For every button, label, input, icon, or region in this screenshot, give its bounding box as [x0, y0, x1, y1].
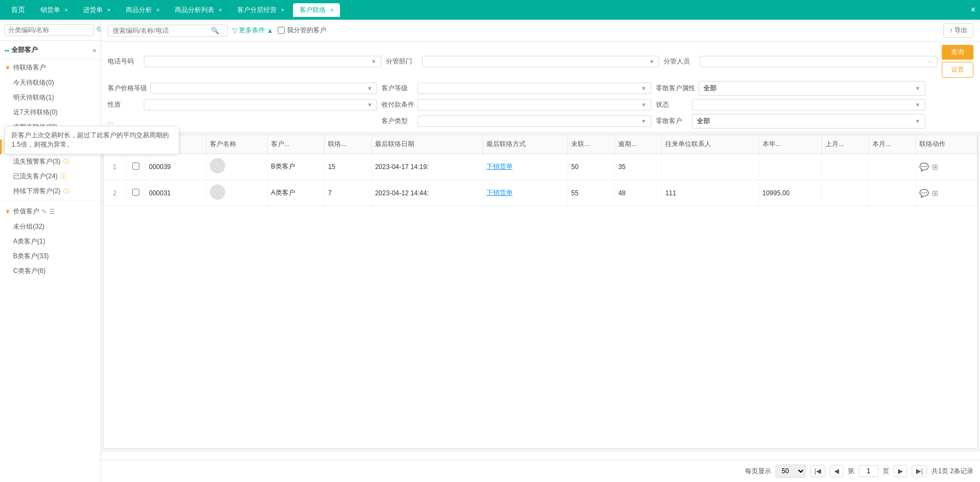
page-last-btn[interactable]: ▶| [912, 465, 927, 477]
filter-row-2: 客户价格等级 ▼ 客户等级 ▼ 零散客户属性 全部 [108, 81, 973, 96]
price-grade-select[interactable]: ▼ [150, 83, 377, 94]
avatar-2 [210, 184, 225, 200]
customer-type-label: 客户类型 [382, 117, 414, 126]
filter-bar-top: 🔍 ▽ 更多条件 ▲ 我分管的客户 ↑ 导出 [101, 20, 980, 42]
sidebar-item-tomorrow-pending[interactable]: 明天待联络(1) [0, 90, 101, 105]
nav-tab-purchase[interactable]: 进货单 × [77, 3, 117, 17]
page-input[interactable] [859, 465, 878, 477]
contact-method-link-1[interactable]: 下销货单 [486, 162, 513, 170]
nav-tab-customer-segments[interactable]: 客户分层经营 × [231, 3, 291, 17]
grid-icon-1[interactable]: ⊞ [932, 162, 938, 171]
status-select[interactable]: ▼ [692, 99, 925, 111]
per-page-select[interactable]: 50 20 100 [776, 464, 806, 478]
table-cell-this-year-1 [759, 154, 821, 180]
sidebar: 🔍 ▪▪ 全部客户 » ▼ 待联络客户 今天待联络(0) 明天待联络(1) 近7… [0, 20, 101, 482]
sidebar-divider-2 [0, 201, 101, 201]
table-cell-name-1 [207, 154, 268, 180]
filter-bar-right: ↑ 导出 [943, 23, 973, 38]
query-button[interactable]: 查询 [942, 45, 973, 60]
sidebar-item-declining[interactable]: 持续下滑客户(2) ⓘ [0, 184, 101, 199]
content-area: 🔍 ▽ 更多条件 ▲ 我分管的客户 ↑ 导出 [101, 20, 980, 482]
horizontal-scrollbar[interactable] [101, 451, 980, 460]
phone-select[interactable]: ▼ [144, 56, 382, 67]
page-next-btn[interactable]: ▶ [894, 465, 907, 477]
export-button[interactable]: ↑ 导出 [943, 23, 973, 38]
sidebar-item-unclassified[interactable]: 未分组(32) [0, 219, 101, 234]
nav-tab-home[interactable]: 首页 [4, 3, 32, 17]
action-icons-1: 💬 ⊞ [919, 162, 973, 171]
sidebar-collapse-icon[interactable]: » [92, 47, 96, 54]
nav-tab-sales[interactable]: 销货单 × [34, 3, 74, 17]
setting-button[interactable]: 设置 [942, 62, 973, 78]
close-icon[interactable]: × [107, 7, 110, 13]
action-icons-2: 💬 ⊞ [919, 189, 973, 198]
close-icon[interactable]: × [330, 7, 333, 13]
scroll-content [101, 451, 980, 452]
retail-customer-select[interactable]: 全部 ▼ [692, 114, 925, 129]
customer-grade-select[interactable]: ▼ [418, 83, 651, 94]
tooltip-box: 距客户上次交易时长，超过了此客户的平均交易周期的1.5倍，则视为异常。 [101, 126, 179, 154]
search-icon[interactable]: 🔍 [211, 27, 219, 34]
sidebar-value-customer-group[interactable]: ▼ 价值客户 ✎ ☰ [0, 204, 101, 219]
sidebar-search-bar: 🔍 [0, 20, 101, 41]
main-layout: 🔍 ▪▪ 全部客户 » ▼ 待联络客户 今天待联络(0) 明天待联络(1) 近7… [0, 20, 980, 482]
nav-tab-product-analysis-list[interactable]: 商品分析列表 × [168, 3, 228, 17]
more-conditions-btn[interactable]: ▽ 更多条件 ▲ [232, 26, 273, 35]
sidebar-all-customers[interactable]: ▪▪ 全部客户 » [0, 41, 101, 60]
payment-select[interactable]: ▼ [418, 99, 651, 111]
my-customer-checkbox[interactable] [278, 27, 285, 34]
chevron-down-icon: ▼ [915, 102, 920, 108]
retail-attr-select[interactable]: 全部 ▼ [699, 81, 925, 96]
more-options-link[interactable]: ... [108, 118, 113, 125]
person-select[interactable]: ··· [700, 56, 937, 67]
table-cell-code-1: 000039 [145, 154, 207, 180]
table-cell-last-month-2 [822, 180, 869, 206]
table-cell-overdue-2: 48 [615, 180, 662, 206]
edit-icon[interactable]: ✎ [42, 208, 47, 216]
nav-tab-product-analysis[interactable]: 商品分析 × [119, 3, 166, 17]
chevron-down-icon: ▼ [367, 85, 372, 91]
sidebar-item-c-class[interactable]: C类客户(6) [0, 264, 101, 278]
table-cell-person-1 [662, 154, 759, 180]
dept-select[interactable]: ▼ [422, 56, 660, 67]
close-icon[interactable]: × [64, 7, 68, 13]
page-label: 第 [848, 467, 854, 476]
contact-method-link-2[interactable]: 下销货单 [486, 189, 513, 196]
close-icon[interactable]: × [156, 7, 160, 13]
sidebar-item-week-pending[interactable]: 近7天待联络(0) [0, 105, 101, 120]
sidebar-item-a-class[interactable]: A类客户(1) [0, 234, 101, 249]
nav-tab-customer-contact[interactable]: 客户联络 × [293, 3, 340, 17]
sidebar-item-churn-warning[interactable]: 流失预警客户(3) ⓘ [0, 154, 101, 169]
page-first-btn[interactable]: |◀ [810, 465, 825, 477]
customer-type-select[interactable]: ▼ [418, 115, 651, 127]
window-close-icon[interactable]: × [971, 5, 976, 15]
close-icon[interactable]: × [219, 7, 222, 13]
chevron-up-icon: ▲ [267, 27, 273, 34]
message-icon-1[interactable]: 💬 [919, 162, 929, 171]
table-cell-contact-1: 15 [325, 154, 372, 180]
sidebar-item-b-class[interactable]: B类客户(33) [0, 249, 101, 264]
row-checkbox-1[interactable] [132, 162, 139, 170]
sidebar-item-today-pending[interactable]: 今天待联络(0) [0, 76, 101, 90]
gender-select[interactable]: ▼ [144, 99, 377, 111]
sidebar-item-churned[interactable]: 已流失客户(24) ⓘ [0, 169, 101, 184]
close-icon[interactable]: × [281, 7, 284, 13]
message-icon-2[interactable]: 💬 [919, 189, 929, 198]
sidebar-pending-group-title[interactable]: ▼ 待联络客户 [0, 60, 101, 76]
row-checkbox-2[interactable] [132, 189, 139, 196]
search-input[interactable] [113, 27, 211, 34]
grid-icon-2[interactable]: ⊞ [932, 189, 938, 198]
search-input-wrap: 🔍 [108, 25, 228, 37]
chevron-down-icon: ▼ [915, 118, 920, 124]
table-row: 1 000039 B类客户 15 2023-04-17 14:19: 下销货单 [104, 154, 977, 180]
filter-retail-attr: 零散客户属性 全部 ▼ [656, 81, 925, 96]
chevron-down-icon: ▼ [641, 85, 647, 91]
page-prev-btn[interactable]: ◀ [830, 465, 843, 477]
phone-label: 电话号码 [108, 57, 140, 66]
sidebar-search-input[interactable] [4, 24, 94, 36]
my-customer-checkbox-label[interactable]: 我分管的客户 [278, 26, 326, 35]
settings-icon[interactable]: ☰ [49, 208, 55, 216]
filter-person: 分管人员 ··· [664, 56, 937, 67]
filter-more: ... [108, 118, 377, 125]
sidebar-search-icon[interactable]: 🔍 [96, 26, 101, 34]
